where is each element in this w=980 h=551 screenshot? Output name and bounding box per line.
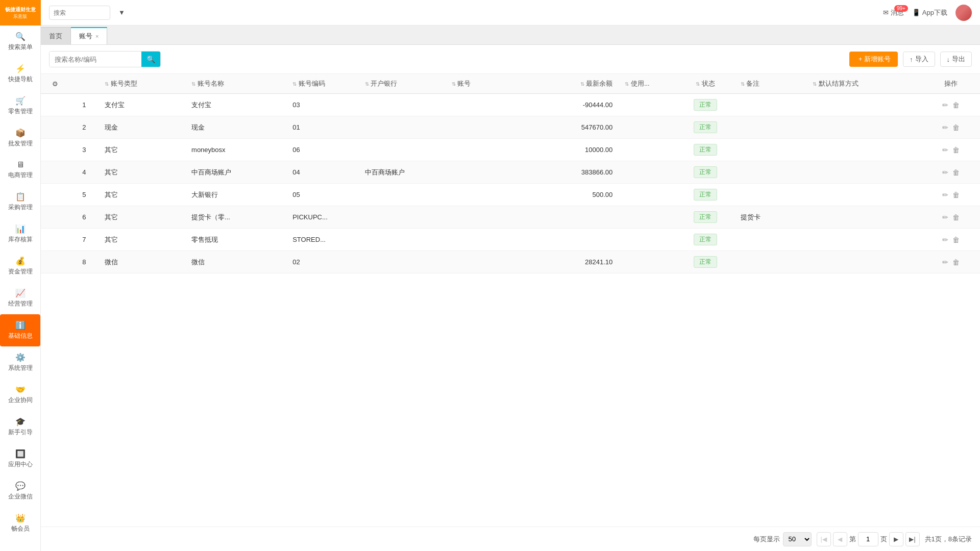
table-row: 5 其它 大新银行 05 500.00 正常 ✏ 🗑 [41, 184, 980, 206]
edit-icon[interactable]: ✏ [942, 191, 948, 199]
search-input[interactable] [50, 52, 141, 67]
add-account-label: + 新增账号 [859, 55, 891, 64]
row-code: 04 [286, 161, 359, 184]
row-code: 02 [286, 251, 359, 273]
sidebar-item-system[interactable]: ⚙️ 系统管理 [0, 346, 40, 379]
sidebar-item-member[interactable]: 👑 畅会员 [0, 507, 40, 539]
row-note [734, 251, 807, 273]
page-first-button[interactable]: |◀ [817, 532, 831, 546]
sidebar-item-inventory[interactable]: 📊 库存核算 [0, 218, 40, 250]
import-button[interactable]: ↑ 导入 [903, 52, 935, 67]
sidebar-item-wholesale[interactable]: 📦 批发管理 [0, 122, 40, 154]
row-settlement [806, 206, 922, 229]
status-badge: 正常 [694, 99, 717, 111]
app-download-button[interactable]: 📱 App下载 [912, 8, 947, 17]
header-dropdown[interactable]: ▼ [118, 9, 125, 16]
sidebar-item-basic-info[interactable]: ℹ️ 基础信息 [0, 314, 40, 346]
status-badge: 正常 [694, 256, 717, 268]
col-settlement[interactable]: ⇅ 默认结算方式 [806, 74, 922, 94]
row-action: ✏ 🗑 [922, 184, 980, 206]
row-usage [619, 206, 676, 229]
col-code[interactable]: ⇅ 账号编码 [286, 74, 359, 94]
sidebar-item-finance[interactable]: 💰 资金管理 [0, 250, 40, 282]
col-balance-sort-icon: ⇅ [580, 81, 584, 87]
tab-home[interactable]: 首页 [41, 27, 71, 44]
col-status-sort-icon: ⇅ [696, 81, 700, 87]
ecommerce-icon: 🖥 [16, 160, 24, 169]
add-account-button[interactable]: + 新增账号 [849, 52, 898, 67]
row-settings [41, 94, 70, 116]
edit-icon[interactable]: ✏ [942, 236, 948, 244]
sidebar-item-enterprise-collab[interactable]: 🤝 企业协同 [0, 379, 40, 411]
page-next-button[interactable]: ▶ [889, 532, 903, 546]
app-download-label: App下载 [922, 8, 947, 17]
col-settings[interactable]: ⚙ [41, 74, 70, 94]
action-buttons: ✏ 🗑 [928, 213, 974, 221]
tab-bar: 首页 账号 × [41, 26, 980, 45]
export-button[interactable]: ↓ 导出 [940, 52, 972, 67]
sidebar-item-wechat-work[interactable]: 💬 企业微信 [0, 475, 40, 507]
app-logo: 畅捷通财生意 乐意版 [0, 0, 41, 26]
edit-icon[interactable]: ✏ [942, 101, 948, 109]
edit-icon[interactable]: ✏ [942, 123, 948, 132]
delete-icon[interactable]: 🗑 [952, 236, 960, 244]
sidebar-item-newbie-guide[interactable]: 🎓 新手引导 [0, 411, 40, 443]
sidebar-item-retail[interactable]: 🛒 零售管理 [0, 90, 40, 122]
row-settlement [806, 139, 922, 161]
sidebar-item-ecommerce[interactable]: 🖥 电商管理 [0, 154, 40, 186]
edit-icon[interactable]: ✏ [942, 168, 948, 177]
col-account[interactable]: ⇅ 账号 [446, 74, 532, 94]
page-last-button[interactable]: ▶| [905, 532, 920, 546]
delete-icon[interactable]: 🗑 [952, 146, 960, 154]
sidebar-item-quicknav[interactable]: ⚡ 快捷导航 [0, 58, 40, 90]
col-bank[interactable]: ⇅ 开户银行 [359, 74, 446, 94]
row-note [734, 139, 807, 161]
row-settings [41, 206, 70, 229]
sidebar-item-app-center[interactable]: 🔲 应用中心 [0, 443, 40, 475]
row-note [734, 229, 807, 251]
delete-icon[interactable]: 🗑 [952, 191, 960, 199]
row-name: 大新银行 [185, 184, 286, 206]
tab-accounts[interactable]: 账号 × [71, 27, 107, 44]
delete-icon[interactable]: 🗑 [952, 168, 960, 177]
row-note [734, 116, 807, 139]
col-note-sort-icon: ⇅ [741, 81, 745, 87]
col-note-label: 备注 [746, 80, 760, 87]
col-account-label: 账号 [457, 80, 471, 87]
row-name: 提货卡（零... [185, 206, 286, 229]
row-note: 提货卡 [734, 206, 807, 229]
delete-icon[interactable]: 🗑 [952, 123, 960, 132]
edit-icon[interactable]: ✏ [942, 213, 948, 221]
messages-button[interactable]: ✉ 消息 99+ [883, 8, 904, 17]
sidebar-item-operations[interactable]: 📈 经营管理 [0, 282, 40, 314]
action-buttons: ✏ 🗑 [928, 191, 974, 199]
sidebar-item-purchase[interactable]: 📋 采购管理 [0, 186, 40, 218]
user-avatar[interactable] [955, 5, 972, 21]
sidebar-item-quicknav-label: 快捷导航 [8, 75, 33, 84]
search-button[interactable]: 🔍 [141, 51, 160, 67]
delete-icon[interactable]: 🗑 [952, 101, 960, 109]
col-note[interactable]: ⇅ 备注 [734, 74, 807, 94]
row-usage [619, 161, 676, 184]
row-code: 05 [286, 184, 359, 206]
delete-icon[interactable]: 🗑 [952, 258, 960, 266]
edit-icon[interactable]: ✏ [942, 146, 948, 154]
col-usage[interactable]: ⇅ 使用... [619, 74, 676, 94]
table-row: 6 其它 提货卡（零... PICKUPC... 正常 提货卡 ✏ 🗑 [41, 206, 980, 229]
page-prev-button[interactable]: ◀ [833, 532, 847, 546]
col-type[interactable]: ⇅ 账号类型 [99, 74, 185, 94]
row-name: 现金 [185, 116, 286, 139]
header-search-input[interactable] [49, 6, 110, 20]
per-page-select[interactable]: 50 100 200 [783, 532, 812, 546]
tab-close-icon[interactable]: × [95, 33, 99, 39]
col-name[interactable]: ⇅ 账号名称 [185, 74, 286, 94]
row-account [446, 206, 532, 229]
tab-accounts-label: 账号 [79, 32, 92, 41]
delete-icon[interactable]: 🗑 [952, 213, 960, 221]
row-account [446, 139, 532, 161]
col-balance[interactable]: ⇅ 最新余额 [532, 74, 619, 94]
col-status[interactable]: ⇅ 状态 [676, 74, 734, 94]
page-input[interactable] [858, 532, 878, 546]
sidebar-item-search[interactable]: 🔍 搜索菜单 [0, 26, 40, 58]
edit-icon[interactable]: ✏ [942, 258, 948, 266]
